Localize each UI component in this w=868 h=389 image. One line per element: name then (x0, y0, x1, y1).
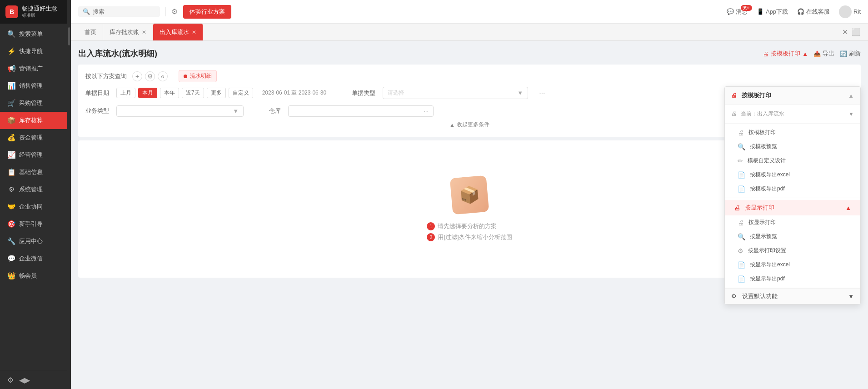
date-7-days[interactable]: 近7天 (182, 88, 204, 98)
dp-header-left: 🖨 按模板打印 (731, 91, 771, 100)
tab-batch-account-label: 库存批次账 (110, 28, 139, 36)
step-1-text: 请先选择要分析的方案 (438, 222, 497, 230)
add-filter-btn[interactable]: + (132, 71, 142, 81)
date-last-month[interactable]: 上月 (116, 88, 135, 98)
maximize-window-btn[interactable]: ⬜ (852, 28, 861, 36)
dp-display-preview-icon: 🔍 (738, 233, 745, 240)
dp-display-print[interactable]: 🖨 按显示打印 (725, 215, 860, 229)
tab-batch-close-icon[interactable]: ✕ (142, 29, 146, 35)
dp-current-chevron[interactable]: ▼ (848, 111, 854, 117)
sidebar-item-search[interactable]: 🔍搜索菜单 (0, 25, 67, 43)
date-this-month[interactable]: 本月 (138, 88, 157, 98)
type-more-icon[interactable]: ··· (539, 89, 545, 97)
topbar-search-box[interactable]: 🔍 (78, 6, 160, 17)
topbar-gear-icon[interactable]: ⚙ (171, 7, 178, 16)
type-select[interactable]: 请选择 ▼ (383, 87, 528, 99)
messages-btn[interactable]: 💬 消息 99+ (727, 8, 748, 16)
sidebar-item-guide[interactable]: 🎯新手引导 (0, 215, 67, 233)
dp-display-excel-icon: 📄 (738, 261, 745, 269)
dp-template-export-excel[interactable]: 📄 按模板导出excel (725, 168, 860, 182)
operations-icon: 📈 (7, 151, 15, 159)
dp-footer-left: ⚙ 设置默认功能 (731, 292, 778, 300)
sidebar-item-quick-nav[interactable]: ⚡快捷导航 (0, 43, 67, 60)
search-input[interactable] (93, 8, 152, 15)
purchase-icon: 🛒 (7, 99, 15, 107)
dp-display-export-pdf[interactable]: 📄 按显示导出pdf (725, 272, 860, 286)
sidebar-item-member[interactable]: 👑畅会员 (0, 267, 67, 284)
filter-tag[interactable]: 流水明细 (179, 70, 217, 82)
settings-filter-btn[interactable]: ⚙ (145, 71, 155, 81)
sidebar-item-operations[interactable]: 📈经营管理 (0, 146, 67, 164)
sidebar-item-purchase[interactable]: 🛒采购管理 (0, 95, 67, 112)
app-logo-icon: B (5, 5, 18, 18)
member-icon: 👑 (7, 272, 15, 280)
app-name: 畅捷通好生意 (22, 5, 57, 13)
collapse-label: 收起更多条件 (457, 121, 489, 129)
sidebar-scrolltrack (67, 0, 71, 389)
sidebar-item-marketing[interactable]: 📢营销推广 (0, 60, 67, 77)
sidebar-logo: B 畅捷通好生意 标准版 (0, 0, 67, 24)
date-custom[interactable]: 自定义 (229, 88, 253, 98)
customer-service-btn[interactable]: 🎧 在线客服 (797, 8, 830, 16)
print-btn[interactable]: 🖨 按模板打印 ▲ (763, 50, 808, 58)
collapse-icon[interactable]: ◀▶ (19, 376, 30, 384)
sidebar-item-system[interactable]: ⚙系统管理 (0, 181, 67, 198)
sidebar-item-wechat[interactable]: 💬企业微信 (0, 250, 67, 267)
sidebar-item-enterprise[interactable]: 🤝企业协同 (0, 198, 67, 215)
tab-flow-close-icon[interactable]: ✕ (192, 29, 196, 35)
dp-footer-label: 设置默认功能 (742, 293, 778, 299)
dp-footer[interactable]: ⚙ 设置默认功能 ▼ (725, 288, 860, 304)
empty-steps: 1 请先选择要分析的方案 2 用[过滤]条件来缩小分析范围 (427, 222, 512, 241)
collapse-filter-btn[interactable]: « (158, 71, 168, 81)
dp-display-header-icon: 🖨 (734, 204, 740, 211)
dp-template-pdf-label: 按模板导出pdf (750, 185, 785, 193)
dp-display-export-excel[interactable]: 📄 按显示导出excel (725, 258, 860, 272)
dp-display-preview[interactable]: 🔍 按显示预览 (725, 229, 860, 244)
topbar-divider (165, 7, 166, 16)
sidebar-item-sales[interactable]: 📊销售管理 (0, 77, 67, 95)
dp-display-header[interactable]: 🖨 按显示打印 ▲ (725, 200, 860, 215)
dp-display-section: 🖨 按显示打印 ▲ 🖨 按显示打印 🔍 按显示预览 ⚙ 按显示打印设置 (725, 198, 860, 288)
dp-current-label: 当前：出入库流水 (741, 110, 784, 117)
sidebar-item-finance[interactable]: 💰资金管理 (0, 129, 67, 146)
dp-current-icon: 🖨 (731, 110, 737, 117)
sidebar-label-sales: 销售管理 (19, 82, 43, 90)
biz-select[interactable]: ▼ (116, 105, 244, 117)
sidebar-label-marketing: 营销推广 (19, 65, 43, 73)
settings-icon[interactable]: ⚙ (7, 376, 14, 384)
app-badge: 标准版 (22, 12, 57, 19)
sidebar-item-inventory[interactable]: 📦库存核算 (0, 112, 67, 129)
industry-btn[interactable]: 体验行业方案 (183, 5, 231, 19)
dp-template-section: 🖨 按模板打印 🔍 按模板预览 ✏ 模板自定义设计 📄 按模板导出excel 📄 (725, 124, 860, 198)
dp-template-preview[interactable]: 🔍 按模板预览 (725, 140, 860, 154)
tab-batch-account[interactable]: 库存批次账 ✕ (103, 24, 153, 40)
refresh-btn[interactable]: 🔄 刷新 (840, 50, 861, 58)
tab-flow[interactable]: 出入库流水 ✕ (153, 24, 203, 40)
warehouse-select[interactable]: ··· (288, 105, 434, 117)
dp-template-export-pdf[interactable]: 📄 按模板导出pdf (725, 182, 860, 196)
dp-current-left: 🖨 当前：出入库流水 (731, 110, 784, 118)
dp-header-chevron[interactable]: ▲ (848, 92, 854, 99)
dp-display-preview-label: 按显示预览 (750, 233, 777, 240)
sidebar-scrollthumb[interactable] (68, 27, 70, 45)
warehouse-more-icon[interactable]: ··· (424, 108, 429, 115)
close-window-btn[interactable]: ✕ (842, 28, 848, 36)
empty-step-1: 1 请先选择要分析的方案 (427, 222, 512, 230)
tab-home[interactable]: 首页 (78, 24, 103, 40)
dp-template-print[interactable]: 🖨 按模板打印 (725, 125, 860, 140)
user-avatar[interactable]: Rit (839, 5, 861, 18)
tab-home-label: 首页 (85, 28, 96, 36)
sidebar-bottom: ⚙ ◀▶ (0, 371, 67, 389)
dp-template-customize[interactable]: ✏ 模板自定义设计 (725, 154, 860, 168)
date-more[interactable]: 更多 (207, 88, 226, 98)
date-this-year[interactable]: 本年 (160, 88, 179, 98)
dp-display-excel-label: 按显示导出excel (750, 261, 790, 269)
export-btn[interactable]: 📤 导出 (813, 50, 834, 58)
message-badge: 99+ (741, 5, 752, 11)
app-download-btn[interactable]: 📱 App下载 (757, 8, 788, 16)
topbar: 🔍 ⚙ 体验行业方案 💬 消息 99+ 📱 App下载 🎧 在线客服 Rit (71, 0, 868, 24)
sidebar-item-basics[interactable]: 📋基础信息 (0, 164, 67, 181)
sidebar-item-appstore[interactable]: 🔧应用中心 (0, 233, 67, 250)
dp-display-print-settings[interactable]: ⚙ 按显示打印设置 (725, 244, 860, 258)
type-select-value: 请选择 (388, 89, 404, 97)
